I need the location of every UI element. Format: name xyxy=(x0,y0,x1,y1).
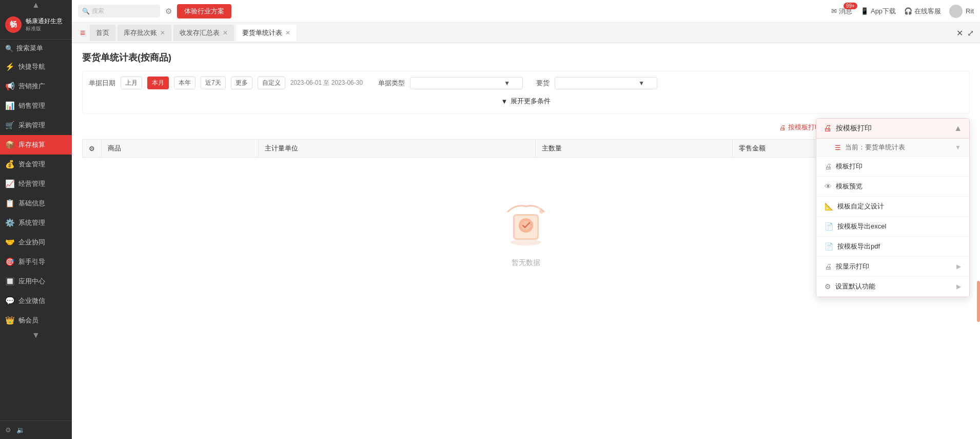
window-close-icon[interactable]: ✕ xyxy=(956,28,963,37)
topbar-search-icon: 🔍 xyxy=(82,8,90,15)
expand-conditions-row[interactable]: ▼ 展开更多条件 xyxy=(89,94,963,108)
topbar-right: ✉ 消息 99+ 📱 App下载 🎧 在线客服 Rit xyxy=(831,5,974,18)
date-btn-7days[interactable]: 近7天 xyxy=(201,77,226,89)
sidebar-audio-icon[interactable]: 🔉 xyxy=(16,426,25,434)
sidebar-item-collab[interactable]: 🤝 企业协同 xyxy=(0,233,72,252)
window-expand-icon[interactable]: ⤢ xyxy=(967,28,974,37)
dropdown-item-template-excel[interactable]: 📄 按模板导出excel xyxy=(816,217,969,237)
dropdown-item-left-template-preview: 👁 模板预览 xyxy=(825,182,863,191)
date-btn-this-year[interactable]: 本年 xyxy=(174,77,195,89)
tab-receipt-summary[interactable]: 收发存汇总表 ✕ xyxy=(173,25,234,41)
topbar-search[interactable]: 🔍 搜索 xyxy=(78,5,160,17)
template-pdf-icon: 📄 xyxy=(825,242,833,251)
display-print-icon: 🖨 xyxy=(825,262,832,271)
dropdown-item-template-design[interactable]: 📐 模板自定义设计 xyxy=(816,197,969,217)
current-template-icon: ☰ xyxy=(835,144,841,151)
svg-point-5 xyxy=(539,209,543,214)
tab-close-batch-account[interactable]: ✕ xyxy=(160,29,165,36)
col-settings[interactable]: ⚙ xyxy=(83,140,102,158)
sidebar: ▲ 畅 畅康通好生意 标准版 🔍 搜索菜单 ⚡ 快捷导航 📢 营销推广 📊 销售… xyxy=(0,0,72,439)
date-btn-this-month[interactable]: 本月 xyxy=(147,77,169,89)
topbar: 🔍 搜索 ⚙ 体验行业方案 ✉ 消息 99+ 📱 App下载 🎧 在线客服 xyxy=(72,0,980,23)
tab-home[interactable]: 首页 xyxy=(90,25,115,41)
type-select[interactable]: ▼ xyxy=(410,77,523,89)
dropdown-item-template-preview[interactable]: 👁 模板预览 xyxy=(816,177,969,197)
purchase-icon: 🛒 xyxy=(5,121,14,130)
template-design-icon: 📐 xyxy=(825,202,833,211)
tab-batch-account[interactable]: 库存批次账 ✕ xyxy=(117,25,171,41)
quick-nav-icon: ⚡ xyxy=(5,62,14,71)
industry-btn[interactable]: 体验行业方案 xyxy=(177,4,231,18)
date-btn-custom[interactable]: 自定义 xyxy=(258,77,285,89)
col-product: 商品 xyxy=(102,140,259,158)
dropdown-item-display-print[interactable]: 🖨 按显示打印 ▶ xyxy=(816,257,969,277)
sidebar-logo: 畅 畅康通好生意 标准版 xyxy=(0,10,72,40)
tab-close-order-stats[interactable]: ✕ xyxy=(285,29,290,36)
guide-icon: 🎯 xyxy=(5,257,14,266)
sidebar-item-marketing[interactable]: 📢 营销推广 xyxy=(0,77,72,96)
col-unit: 主计量单位 xyxy=(259,140,536,158)
type-label: 单据类型 xyxy=(378,79,405,88)
sidebar-item-guide[interactable]: 🎯 新手引导 xyxy=(0,252,72,272)
dropdown-header-left: 🖨 按模板打印 xyxy=(824,124,872,133)
app-logo-icon: 畅 xyxy=(5,16,22,33)
user-profile[interactable]: Rit xyxy=(949,5,974,18)
sidebar-item-system[interactable]: ⚙️ 系统管理 xyxy=(0,213,72,233)
display-print-arrow: ▶ xyxy=(956,263,961,270)
dropdown-close-btn[interactable]: ▲ xyxy=(954,124,962,133)
order-status-arrow: ▼ xyxy=(638,80,644,87)
print-dropdown-menu: 🖨 按模板打印 ▲ ☰ 当前：要货单统计表 ▼ 🖨 模板打印 👁 模板 xyxy=(816,118,970,297)
message-btn[interactable]: ✉ 消息 99+ xyxy=(831,7,852,16)
order-status-select[interactable]: ▼ xyxy=(555,77,657,89)
dropdown-current-template[interactable]: ☰ 当前：要货单统计表 ▼ xyxy=(816,139,969,157)
dropdown-item-left-template-pdf: 📄 按模板导出pdf xyxy=(825,242,880,251)
sidebar-item-inventory[interactable]: 📦 库存核算 xyxy=(0,135,72,155)
current-template-arrow: ▼ xyxy=(955,144,961,151)
default-func-icon: ⚙ xyxy=(825,282,831,291)
sidebar-item-finance[interactable]: 💰 资金管理 xyxy=(0,155,72,174)
dropdown-item-template-pdf[interactable]: 📄 按模板导出pdf xyxy=(816,237,969,257)
sidebar-item-sales[interactable]: 📊 销售管理 xyxy=(0,96,72,116)
tabbar: ≡ 首页 库存批次账 ✕ 收发存汇总表 ✕ 要货单统计表 ✕ ✕ ⤢ xyxy=(72,23,980,43)
date-label: 单据日期 xyxy=(89,79,115,88)
sidebar-item-wechat[interactable]: 💬 企业微信 xyxy=(0,291,72,311)
dropdown-item-left-template-print: 🖨 模板打印 xyxy=(825,162,863,171)
topbar-left: 🔍 搜索 ⚙ 体验行业方案 xyxy=(78,4,231,18)
sidebar-item-quick-nav[interactable]: ⚡ 快捷导航 xyxy=(0,57,72,77)
sidebar-bottom: ⚙ 🔉 xyxy=(0,421,72,439)
dropdown-item-left-display-print: 🖨 按显示打印 xyxy=(825,262,869,271)
basics-icon: 📋 xyxy=(5,199,14,208)
sidebar-item-appstore[interactable]: 🔲 应用中心 xyxy=(0,272,72,291)
dropdown-header: 🖨 按模板打印 ▲ xyxy=(816,119,969,139)
date-btn-more[interactable]: 更多 xyxy=(231,77,252,89)
default-func-arrow: ▶ xyxy=(956,283,961,290)
tab-close-receipt-summary[interactable]: ✕ xyxy=(223,29,228,36)
avatar xyxy=(949,5,963,18)
sidebar-scroll-down[interactable]: ▼ xyxy=(0,330,72,340)
search-icon: 🔍 xyxy=(5,45,13,52)
app-download-btn[interactable]: 📱 App下载 xyxy=(860,7,896,16)
dropdown-item-default-func[interactable]: ⚙ 设置默认功能 ▶ xyxy=(816,277,969,297)
sidebar-item-purchase[interactable]: 🛒 采购管理 xyxy=(0,116,72,135)
online-service-btn[interactable]: 🎧 在线客服 xyxy=(904,7,941,16)
system-icon: ⚙️ xyxy=(5,218,14,227)
date-btn-prev-month[interactable]: 上月 xyxy=(121,77,142,89)
empty-text: 暂无数据 xyxy=(512,258,540,268)
member-icon: 👑 xyxy=(5,316,14,325)
tab-order-stats[interactable]: 要货单统计表 ✕ xyxy=(236,25,297,41)
inventory-icon: 📦 xyxy=(5,140,14,149)
sidebar-search[interactable]: 🔍 搜索菜单 xyxy=(0,40,72,57)
sidebar-settings-icon[interactable]: ⚙ xyxy=(5,426,11,434)
dropdown-item-template-print[interactable]: 🖨 模板打印 xyxy=(816,157,969,177)
sidebar-item-basics[interactable]: 📋 基础信息 xyxy=(0,194,72,213)
appstore-icon: 🔲 xyxy=(5,277,14,286)
sidebar-item-member[interactable]: 👑 畅会员 xyxy=(0,311,72,330)
page-title: 要货单统计表(按商品) xyxy=(82,51,970,64)
sidebar-item-operations[interactable]: 📈 经营管理 xyxy=(0,174,72,194)
main-area: 🔍 搜索 ⚙ 体验行业方案 ✉ 消息 99+ 📱 App下载 🎧 在线客服 xyxy=(72,0,980,439)
topbar-gear-icon[interactable]: ⚙ xyxy=(165,7,172,16)
sidebar-scroll-up[interactable]: ▲ xyxy=(0,0,72,10)
scrollbar-right[interactable] xyxy=(977,281,980,322)
operations-icon: 📈 xyxy=(5,179,14,188)
tab-expand-icon[interactable]: ≡ xyxy=(78,25,88,41)
